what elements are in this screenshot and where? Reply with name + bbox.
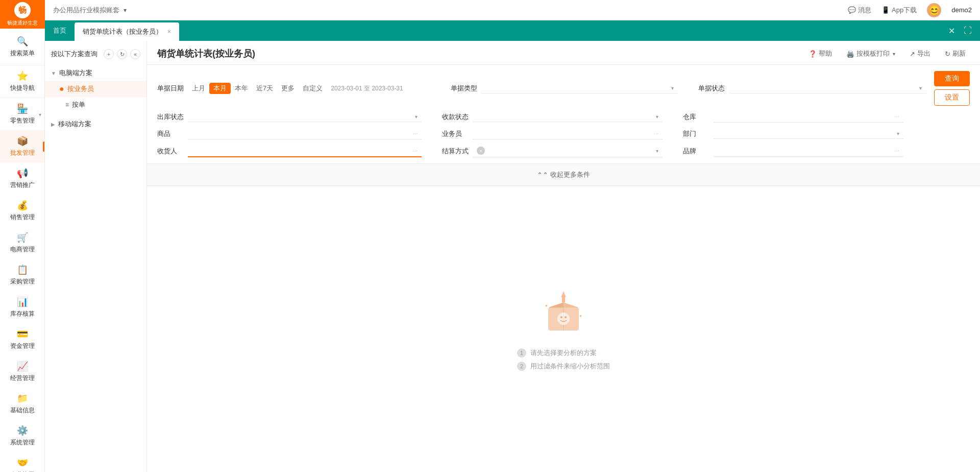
page-actions: ❓ 帮助 🖨️ 按模板打印 ▾ ↗ 导出 ↻ xyxy=(804,47,970,60)
edit-scheme-btn[interactable]: ↻ xyxy=(117,49,127,59)
sidebar-item-inventory[interactable]: 📊 库存核算 xyxy=(0,291,44,323)
add-scheme-btn[interactable]: + xyxy=(104,49,114,59)
sidebar-marketing-label: 营销推广 xyxy=(0,181,44,190)
username-label[interactable]: demo2 xyxy=(951,6,972,14)
refresh-btn[interactable]: ↻ 刷新 xyxy=(941,47,970,60)
print-btn[interactable]: 🖨️ 按模板打印 ▾ xyxy=(842,47,899,60)
refresh-label: 刷新 xyxy=(952,49,966,58)
sidebar-item-finance[interactable]: 💳 资金管理 xyxy=(0,323,44,356)
department-filter-item: 部门 ▾ xyxy=(683,129,903,139)
warehouse-field[interactable]: ··· xyxy=(714,111,903,123)
sidebar-item-sales[interactable]: 💰 销售管理 xyxy=(0,195,44,227)
tip-text-2: 用过滤条件来缩小分析范围 xyxy=(530,362,610,371)
desktop-section-label: 电脑端方案 xyxy=(59,68,92,78)
breadcrumb-dropdown-icon[interactable]: ▾ xyxy=(124,7,127,14)
sidebar-item-system[interactable]: ⚙️ 系统管理 xyxy=(0,420,44,452)
date-filter-item: 单据日期 上月 本月 本年 近7天 更多 自定义 2023-03-01 至 20… xyxy=(157,83,430,94)
export-btn[interactable]: ↗ 导出 xyxy=(905,47,935,60)
sidebar-item-wholesale[interactable]: 📦 批发管理 xyxy=(0,130,44,162)
product-label: 商品 xyxy=(157,129,188,138)
ecommerce-icon: 🛒 xyxy=(0,232,44,243)
tab-sales-stat[interactable]: 销货单统计表（按业务员） × xyxy=(75,22,179,41)
svg-point-6 xyxy=(565,316,567,318)
mobile-section-header[interactable]: ▶ 移动端方案 xyxy=(45,116,146,132)
date-range-display: 2023-03-01 至 2023-03-31 xyxy=(331,84,403,93)
sidebar-wholesale-label: 批发管理 xyxy=(0,149,44,157)
brand-field[interactable]: ··· xyxy=(714,145,903,157)
desktop-section-header[interactable]: ▼ 电脑端方案 xyxy=(45,65,146,81)
settlement-field[interactable]: × ▾ xyxy=(473,145,663,157)
empty-tip-2: 2 用过滤条件来缩小分析范围 xyxy=(517,362,610,371)
doc-type-field[interactable]: ▾ xyxy=(481,83,678,93)
mobile-schemes-section: ▶ 移动端方案 xyxy=(45,114,146,134)
sidebar-item-retail[interactable]: 🏪 零售管理 ▾ xyxy=(0,98,44,130)
receiver-field[interactable]: ··· xyxy=(188,145,422,157)
sidebar: 畅 畅捷通好生意 🔍 搜索菜单 ⭐ 快捷导航 🏪 零售管理 ▾ 📦 批发管理 📢… xyxy=(0,0,45,472)
app-logo[interactable]: 畅 畅捷通好生意 xyxy=(0,0,45,29)
tab-close-window-btn[interactable]: ✕ xyxy=(945,25,958,37)
date-filter-label: 单据日期 xyxy=(157,84,188,93)
doc-status-field[interactable]: ▾ xyxy=(729,83,926,93)
empty-tips: 1 请先选择要分析的方案 2 用过滤条件来缩小分析范围 xyxy=(517,348,610,371)
sidebar-item-operation[interactable]: 📈 经营管理 xyxy=(0,356,44,388)
tip-num-2: 2 xyxy=(517,362,526,371)
purchase-icon: 📋 xyxy=(0,264,44,275)
marketing-icon: 📢 xyxy=(0,168,44,179)
date-opt-more[interactable]: 更多 xyxy=(277,83,299,94)
collapse-panel-btn[interactable]: « xyxy=(130,49,140,59)
product-field[interactable]: ··· xyxy=(188,128,422,139)
right-panel: 销货单统计表(按业务员) ❓ 帮助 🖨️ 按模板打印 ▾ ↗ xyxy=(147,41,980,472)
left-panel-title: 按以下方案查询 xyxy=(51,50,97,59)
brand-label: 品牌 xyxy=(683,147,714,156)
sidebar-item-enterprise[interactable]: 🤝 企业协同 xyxy=(0,452,44,472)
doc-status-dropdown-icon: ▾ xyxy=(919,85,922,91)
tip-text-1: 请先选择要分析的方案 xyxy=(530,348,597,358)
department-dropdown-icon: ▾ xyxy=(897,131,899,136)
sidebar-item-marketing[interactable]: 📢 营销推广 xyxy=(0,162,44,195)
scheme-by-order[interactable]: ≡ 按单 xyxy=(45,97,146,112)
settings-button[interactable]: 设置 xyxy=(934,89,970,106)
date-opt-custom[interactable]: 自定义 xyxy=(299,83,327,94)
sidebar-item-basic[interactable]: 📁 基础信息 xyxy=(0,388,44,420)
tip-num-1: 1 xyxy=(517,348,526,358)
date-opt-this-month[interactable]: 本月 xyxy=(209,83,231,94)
user-avatar[interactable]: 😊 xyxy=(927,3,941,17)
finance-icon: 💳 xyxy=(0,328,44,340)
filter-row-4: 收货人 ··· 结算方式 × ▾ xyxy=(157,145,970,157)
payment-status-field[interactable]: ▾ xyxy=(473,112,663,122)
query-button[interactable]: 查询 xyxy=(934,71,970,86)
product-more-icon: ··· xyxy=(412,130,418,137)
department-field[interactable]: ▾ xyxy=(714,129,903,139)
sidebar-quicknav-label: 快捷导航 xyxy=(0,84,44,92)
sidebar-item-purchase[interactable]: 📋 采购管理 xyxy=(0,259,44,291)
out-status-field[interactable]: ▾ xyxy=(188,112,422,122)
app-download-btn[interactable]: 📱 App下载 xyxy=(881,6,917,15)
sidebar-finance-label: 资金管理 xyxy=(0,342,44,350)
sidebar-sales-label: 销售管理 xyxy=(0,213,44,222)
settlement-filter-item: 结算方式 × ▾ xyxy=(442,145,663,157)
sidebar-item-search[interactable]: 🔍 搜索菜单 xyxy=(0,33,44,61)
collapse-conditions-btn[interactable]: ⌃⌃ 收起更多条件 xyxy=(531,168,596,181)
tab-home[interactable]: 首页 xyxy=(45,20,75,41)
tab-maximize-btn[interactable]: ⛶ xyxy=(962,25,974,37)
doc-type-filter-item: 单据类型 ▾ xyxy=(451,83,678,93)
sidebar-item-quick-nav[interactable]: ⭐ 快捷导航 xyxy=(0,67,44,96)
sidebar-item-ecommerce[interactable]: 🛒 电商管理 xyxy=(0,227,44,259)
salesperson-label: 业务员 xyxy=(442,129,473,138)
help-btn[interactable]: ❓ 帮助 xyxy=(804,47,836,60)
filter-area: 单据日期 上月 本月 本年 近7天 更多 自定义 2023-03-01 至 20… xyxy=(147,65,980,164)
settlement-clear-icon[interactable]: × xyxy=(477,147,485,155)
order-scheme-icon: ≡ xyxy=(65,101,69,108)
receiver-more-icon: ··· xyxy=(412,147,418,154)
tab-close-icon[interactable]: × xyxy=(167,28,171,35)
svg-marker-11 xyxy=(561,291,566,297)
scheme-by-salesperson[interactable]: ● 按业务员 xyxy=(45,81,146,97)
date-opt-this-year[interactable]: 本年 xyxy=(231,83,252,94)
salesperson-field[interactable]: ··· xyxy=(473,128,663,139)
messages-btn[interactable]: 💬 消息 xyxy=(848,6,871,15)
doc-status-filter-item: 单据状态 ▾ xyxy=(698,83,926,93)
date-opt-last-month[interactable]: 上月 xyxy=(188,83,209,94)
date-opt-last-7-days[interactable]: 近7天 xyxy=(252,83,277,94)
filter-row-1: 单据日期 上月 本月 本年 近7天 更多 自定义 2023-03-01 至 20… xyxy=(157,71,970,106)
empty-tip-1: 1 请先选择要分析的方案 xyxy=(517,348,610,358)
